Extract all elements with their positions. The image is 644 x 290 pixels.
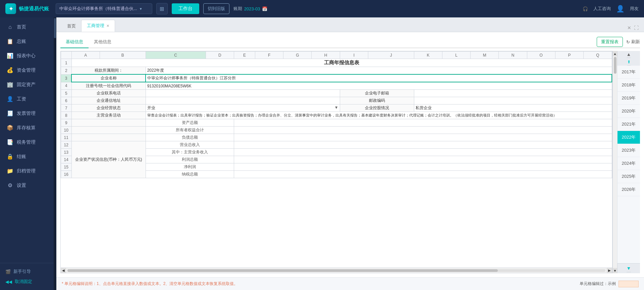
holding-value[interactable]: 私营企业	[414, 104, 612, 112]
sidebar-item-inventory[interactable]: 📦 库存核算	[0, 121, 56, 135]
row-number: 15	[61, 163, 72, 171]
company-selector[interactable]: 中审众环会计师事务所（特殊普通合伙... ▼	[56, 3, 152, 14]
sidebar-item-settings[interactable]: ⚙ 设置	[0, 178, 56, 193]
sidebar-item-invoice[interactable]: 🧾 发票管理	[0, 106, 56, 121]
col-header-e[interactable]: E	[234, 52, 255, 59]
year-2018[interactable]: 2018年	[618, 79, 640, 92]
scroll-down-button[interactable]: ▼	[613, 268, 617, 273]
horizontal-scrollbar[interactable]: ◀ ▶	[61, 268, 612, 273]
year-2026[interactable]: 2026年	[618, 183, 640, 196]
col-header-f[interactable]: F	[255, 52, 283, 59]
equity-value[interactable]	[234, 127, 612, 134]
v-scroll-thumb[interactable]	[614, 57, 616, 74]
tab-close-icon[interactable]: ✕	[106, 24, 109, 28]
sidebar-item-ledger[interactable]: 📋 总账	[0, 34, 56, 49]
sheet-area: 基础信息 其他信息 重置报表 ↻ 刷新	[56, 32, 644, 277]
sidebar-item-close[interactable]: 🔒 结账	[0, 149, 56, 164]
year-2023[interactable]: 2023年	[618, 144, 640, 157]
email-value[interactable]	[414, 90, 612, 97]
sidebar-item-assets[interactable]: 🏢 固定资产	[0, 77, 56, 92]
workbench-button[interactable]: 工作台	[172, 3, 199, 14]
revenue-value[interactable]	[234, 141, 612, 149]
year-2025[interactable]: 2025年	[618, 170, 640, 183]
sidebar-item-home[interactable]: ⌂ 首页	[0, 20, 56, 34]
scroll-up-button[interactable]: ▲	[613, 51, 617, 56]
unpin-button[interactable]: ◀◀ 取消固定	[5, 277, 51, 287]
sidebar-label-inventory: 库存核算	[17, 125, 36, 131]
period-value-cell[interactable]: 2022年度	[146, 67, 612, 75]
col-header-j[interactable]: J	[368, 52, 414, 59]
col-header-n[interactable]: N	[499, 52, 527, 59]
scroll-left-button[interactable]: ◀	[61, 268, 66, 273]
table-row: 11 负债总额	[61, 134, 612, 141]
col-header-c[interactable]: C	[146, 52, 206, 59]
right-panel: ▲ ⬆ 2017年 2018年 2019年 2020年 2021年 2022年 …	[617, 51, 640, 273]
spreadsheet-scroll-area[interactable]: A B C D E F G H I	[61, 51, 612, 268]
col-header-p[interactable]: P	[555, 52, 583, 59]
window-maximize-icon[interactable]: ⛶	[634, 25, 639, 30]
old-version-button[interactable]: 切到旧版	[203, 3, 229, 14]
panel-double-up-icon[interactable]: ⬆	[627, 59, 631, 66]
ledger-icon: 📋	[7, 38, 13, 45]
net-profit-value[interactable]	[234, 163, 612, 171]
scroll-thumb[interactable]	[67, 269, 498, 272]
row-number: 10	[61, 127, 72, 134]
col-header-l[interactable]: L	[442, 52, 471, 59]
reg-num-value[interactable]: 91320100MA208E5W6K	[146, 82, 612, 90]
phone-value[interactable]	[146, 90, 340, 97]
copy-icon[interactable]: ⊞	[156, 3, 168, 14]
sidebar-item-capital[interactable]: 💰 资金管理	[0, 63, 56, 77]
sidebar-item-salary[interactable]: 👤 工资	[0, 92, 56, 106]
year-2021[interactable]: 2021年	[618, 118, 640, 131]
sub-tab-basic[interactable]: 基础信息	[60, 36, 89, 48]
scroll-right-button[interactable]: ▶	[607, 268, 612, 273]
row-number: 4	[61, 82, 72, 90]
col-header-h[interactable]: H	[312, 52, 340, 59]
profit-value[interactable]	[234, 156, 612, 163]
sidebar-item-tax[interactable]: 📑 税务管理	[0, 135, 56, 149]
col-header-b[interactable]: B	[100, 52, 146, 59]
year-2022[interactable]: 2022年	[618, 131, 640, 144]
col-header-q[interactable]: Q	[584, 52, 612, 59]
main-revenue-value[interactable]	[234, 149, 612, 156]
tab-home[interactable]: 首页	[62, 20, 81, 32]
liab-value[interactable]	[234, 134, 612, 141]
sub-tab-other[interactable]: 其他信息	[89, 36, 117, 48]
col-header-d[interactable]: D	[206, 52, 234, 59]
table-row: 9 资产总额	[61, 119, 612, 127]
postcode-value[interactable]	[414, 97, 612, 104]
sidebar-item-archive[interactable]: 📁 归档管理	[0, 164, 56, 178]
col-header-i[interactable]: I	[340, 52, 368, 59]
vertical-scrollbar[interactable]: ▲ ▼	[612, 51, 617, 273]
col-header-o[interactable]: O	[527, 52, 555, 59]
addr-value[interactable]	[146, 97, 340, 104]
panel-down-icon[interactable]: ▼	[627, 265, 631, 272]
calendar-icon[interactable]: 📅	[262, 6, 267, 11]
year-2019[interactable]: 2019年	[618, 92, 640, 105]
biz-status-value[interactable]: 开业 ▼	[146, 104, 340, 112]
window-close-icon[interactable]: ✕	[627, 25, 631, 30]
year-2020[interactable]: 2020年	[618, 105, 640, 118]
assets-info-label: 企业资产状况信息(币种：人民币万元)	[71, 141, 146, 178]
col-header-g[interactable]: G	[283, 52, 312, 59]
table-title: 工商年报信息表	[71, 59, 612, 67]
sidebar-item-reports[interactable]: 📊 报表中心	[0, 49, 56, 63]
consulting-label[interactable]: 人工咨询	[593, 6, 611, 12]
reset-report-button[interactable]: 重置报表	[597, 37, 623, 47]
year-2017[interactable]: 2017年	[618, 66, 640, 79]
total-assets-value[interactable]	[234, 119, 612, 127]
tab-bizmanage[interactable]: 工商管理 ✕	[81, 20, 115, 32]
main-biz-value[interactable]: 审查企业会计报表；出具审计报告；验证企业资本；出具验资报告；办理企业合并、分立、…	[146, 112, 612, 119]
col-header-a[interactable]: A	[71, 52, 100, 59]
period-label-cell: 税款所属期间：	[71, 67, 146, 75]
year-2024[interactable]: 2024年	[618, 157, 640, 170]
col-header-m[interactable]: M	[471, 52, 499, 59]
refresh-button[interactable]: ↻ 刷新	[626, 39, 640, 45]
col-header-k[interactable]: K	[414, 52, 442, 59]
tax-total-value[interactable]	[234, 171, 612, 178]
row-number: 8	[61, 112, 72, 119]
topbar-right: 🎧 人工咨询 👤 用友	[583, 5, 639, 13]
panel-up-icon[interactable]: ▲	[627, 51, 631, 58]
company-name-value[interactable]: 中审众环会计师事务所（特殊普通合伙）江苏分所	[146, 74, 612, 82]
new-guide-button[interactable]: 🎬 新手引导	[5, 267, 51, 277]
